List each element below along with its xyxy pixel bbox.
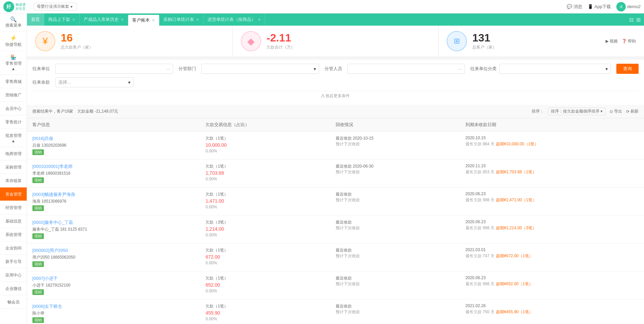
message-button[interactable]: 💬 消息 bbox=[567, 4, 582, 10]
tab-home[interactable]: 首页 bbox=[27, 13, 44, 26]
sidebar-item-member-center[interactable]: 会员中心 bbox=[0, 102, 27, 115]
tab-close-icon[interactable]: ✕ bbox=[121, 18, 124, 22]
debt-total-number: -2.11 bbox=[267, 32, 295, 43]
balance-placeholder: 选择... bbox=[58, 79, 71, 85]
next-collect: 预计下次收款 bbox=[336, 169, 466, 175]
filter-row-1: 往来单位 ··· 分管部门 ▾ 分管人员 bbox=[32, 64, 639, 74]
debt-amount: 652.00 bbox=[205, 282, 335, 288]
filter-row-2: 往来余款 选择... ▾ bbox=[32, 77, 639, 87]
sidebar-item-chang-member[interactable]: 畅会员 bbox=[0, 295, 27, 309]
sidebar-item-finance[interactable]: 资金管理 bbox=[0, 187, 27, 201]
overdue-amount-link[interactable]: 超期¥1,214.00（3笔） bbox=[496, 226, 536, 230]
overdue-cell: 2020.06.23 最长欠款 998 天 超期¥652.00（1笔） bbox=[466, 275, 639, 287]
overdue-days: 最长欠款 998 天 超期¥652.00（1笔） bbox=[466, 281, 639, 287]
logo-icon: 好 bbox=[3, 1, 14, 12]
sidebar-item-basic-info[interactable]: 基础信息 bbox=[0, 214, 27, 228]
tab-customer-ledger[interactable]: 客户账本 ✕ bbox=[128, 15, 159, 26]
customer-name-link[interactable]: [0003]畅捷服务尹海燕 bbox=[32, 192, 205, 198]
tab-home-label: 首页 bbox=[31, 17, 40, 23]
sidebar-item-enterprise-collab[interactable]: 企业协同 bbox=[0, 241, 27, 255]
refresh-button[interactable]: ⟳ 刷新 bbox=[626, 109, 639, 114]
overdue-amount-link[interactable]: 超期¥672.00（1笔） bbox=[496, 254, 533, 258]
message-icon: 💬 bbox=[567, 4, 572, 9]
customer-name-link[interactable]: [000002]用户2050 bbox=[32, 247, 205, 254]
last-collect: 最近收款 bbox=[336, 303, 466, 309]
user-avatar-button[interactable]: d demo2 bbox=[616, 2, 641, 11]
person-input[interactable]: ··· bbox=[347, 64, 465, 74]
sidebar-item-app-center[interactable]: 应用中心 bbox=[0, 268, 27, 282]
sidebar-item-ecommerce[interactable]: 电商管理 bbox=[0, 147, 27, 160]
overdue-days: 最长欠款 884 天 超期¥10,000.00（1笔） bbox=[466, 141, 639, 147]
person-label: 分管人员 bbox=[325, 66, 345, 72]
collapse-bar[interactable]: ⋀ 收起更多条件 bbox=[32, 91, 639, 101]
category-select[interactable]: ▾ bbox=[499, 64, 611, 74]
tab-purchase-stats[interactable]: 采购订单统计表 ✕ bbox=[159, 13, 203, 26]
sort-value: 排序：按欠款金额倒序排序 bbox=[551, 109, 599, 114]
sidebar-item-new-guide[interactable]: 新手引导 bbox=[0, 255, 27, 268]
help-icon: ❓ bbox=[622, 39, 627, 43]
overdue-amount-link[interactable]: 超期¥1,703.68（1笔） bbox=[496, 170, 536, 174]
customer-name-link[interactable]: [0006]去下粮仓 bbox=[32, 303, 205, 310]
sort-select[interactable]: 排序：按欠款金额倒序排序 ▾ bbox=[548, 108, 606, 115]
sidebar-item-quick-nav[interactable]: ⚡ 快捷导航 bbox=[0, 31, 27, 51]
summary-card-debt-customers: ¥ 16 总欠款客户（家） bbox=[27, 26, 233, 57]
tab-maximize-button[interactable]: ⊞ bbox=[636, 17, 641, 23]
tab-production-history[interactable]: 产成品入库单历史 ✕ bbox=[80, 13, 128, 26]
tab-close-icon[interactable]: ✕ bbox=[152, 18, 155, 23]
industry-arrow: ▾ bbox=[71, 4, 73, 9]
debt-amount: 10,000.00 bbox=[205, 142, 335, 148]
sidebar-item-purchase-mgmt[interactable]: 采购管理 bbox=[0, 160, 27, 174]
search-button[interactable]: 查询 bbox=[616, 64, 639, 74]
col-collection: 回收情况 bbox=[336, 122, 466, 128]
customer-tag: 现销 bbox=[32, 289, 44, 295]
source-unit-input[interactable]: ··· bbox=[55, 64, 173, 74]
logo-text: 畅捷通好生意 bbox=[16, 3, 26, 11]
debt-total-info: -2.11 欠款合计（万） bbox=[267, 32, 295, 50]
sidebar-item-enterprise-wechat[interactable]: 企业微信 bbox=[0, 282, 27, 295]
sidebar-item-retail-mall[interactable]: 零售商城 bbox=[0, 75, 27, 88]
balance-select[interactable]: 选择... ▾ bbox=[55, 77, 134, 87]
overdue-amount-link[interactable]: 超期¥1,471.00（1笔） bbox=[496, 198, 536, 202]
dept-select[interactable]: ▾ bbox=[201, 64, 319, 74]
customer-name-link[interactable]: [0016]吕俊 bbox=[32, 136, 205, 142]
industry-label: 母婴行业演示账套 bbox=[37, 4, 69, 9]
tab-close-icon[interactable]: ✕ bbox=[72, 18, 75, 22]
col-customer-info: 客户信息 bbox=[32, 122, 205, 128]
tab-restore-button[interactable]: ⊟ bbox=[629, 17, 634, 23]
industry-selector[interactable]: 母婴行业演示账套 ▾ bbox=[34, 3, 77, 10]
customer-name-link[interactable]: [0002]服务中心_丁磊 bbox=[32, 219, 205, 226]
tab-label: 进货单统计表（按商品） bbox=[207, 17, 256, 23]
sidebar-search-label: 搜索菜单 bbox=[1, 23, 25, 28]
chevron-down-icon: ▾ bbox=[314, 66, 316, 71]
help-button[interactable]: ❓ 帮助 bbox=[622, 38, 636, 44]
customer-phone: 服务中心_丁磊 181 0125 8371 bbox=[32, 227, 205, 232]
customer-tag: 现销 bbox=[32, 317, 44, 323]
tab-close-icon[interactable]: ✕ bbox=[196, 18, 199, 22]
debt-amount: 1,214.00 bbox=[205, 226, 335, 232]
video-button[interactable]: ▶ 视频 bbox=[606, 38, 618, 44]
customer-cell: [0001020001]李老师 李老师 18600391516 现销 bbox=[32, 164, 205, 183]
customer-name-link[interactable]: [0001020001]李老师 bbox=[32, 164, 205, 170]
tab-incoming-stats[interactable]: 进货单统计表（按商品） ✕ bbox=[203, 13, 265, 26]
sidebar-item-wholesale-mgmt[interactable]: 批发管理 ▲ bbox=[0, 129, 27, 147]
sidebar-item-retail-stats[interactable]: 零售统计 bbox=[0, 115, 27, 129]
overdue-amount-link[interactable]: 超期¥10,000.00（1笔） bbox=[496, 142, 539, 146]
sidebar-item-operations[interactable]: 经营管理 bbox=[0, 201, 27, 214]
app-download-button[interactable]: 📱 App下载 bbox=[588, 4, 611, 10]
debt-amount: 672.00 bbox=[205, 254, 335, 260]
avatar: d bbox=[616, 2, 626, 11]
tab-close-icon[interactable]: ✕ bbox=[258, 18, 261, 22]
sidebar-item-system-mgmt[interactable]: 系统管理 bbox=[0, 228, 27, 241]
tab-label: 商品上下架 bbox=[48, 17, 70, 23]
tab-product-shelving[interactable]: 商品上下架 ✕ bbox=[44, 13, 80, 26]
overdue-amount-link[interactable]: 超期¥652.00（1笔） bbox=[496, 282, 533, 286]
arrow-icon: ▲ bbox=[11, 139, 16, 143]
export-button[interactable]: ⊙ 导出 bbox=[610, 109, 622, 114]
customer-name-link[interactable]: [0007]小进干 bbox=[32, 275, 205, 282]
customer-cell: [0006]去下粮仓 陈小带 现销 bbox=[32, 303, 205, 323]
sidebar-item-inventory[interactable]: 库存核算 bbox=[0, 174, 27, 187]
sidebar-item-marketing[interactable]: 营销推广 bbox=[0, 88, 27, 102]
overdue-amount-link[interactable]: 超期¥455.90（1笔） bbox=[496, 310, 533, 314]
sidebar-search[interactable]: 🔍 搜索菜单 bbox=[0, 13, 27, 31]
sidebar-item-retail-mgmt[interactable]: 🏪 零售管理 ▲ bbox=[0, 51, 27, 75]
